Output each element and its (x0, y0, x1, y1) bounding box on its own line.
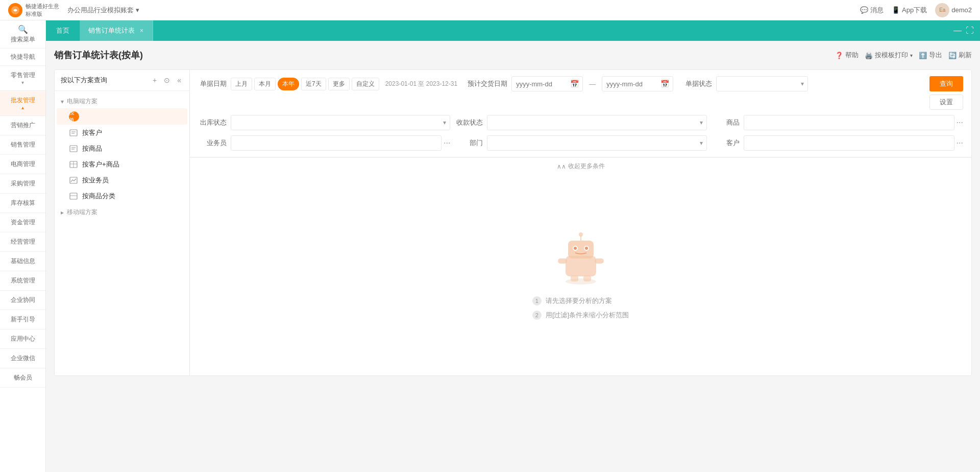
sidebar-item-wechat[interactable]: 企业微信 (0, 349, 45, 368)
mobile-scheme-group[interactable]: ▸ 移动端方案 (55, 206, 189, 219)
top-bar: 畅捷通好生意 标准版 办公用品行业模拟账套 ▾ 💬 消息 📱 App下载 Ea … (0, 0, 980, 20)
expected-date-end-input[interactable] (602, 76, 673, 91)
sidebar-item-basics[interactable]: 基础信息 (0, 252, 45, 271)
sidebar-item-system[interactable]: 系统管理 (0, 271, 45, 291)
scheme-by-salesperson[interactable]: 按业务员 (57, 173, 187, 188)
export-label: 导出 (929, 51, 942, 60)
tab-maximize-icon[interactable]: ⛶ (966, 26, 974, 35)
sidebar-item-quicknav[interactable]: 快捷导航 (0, 49, 45, 66)
system-label: 系统管理 (11, 276, 35, 285)
download-action[interactable]: 📱 App下载 (892, 6, 927, 15)
order-status-select-wrap: ▾ (716, 76, 808, 91)
tab-bar: 首页 销售订单统计表 × — ⛶ (46, 20, 980, 41)
member-label: 畅会员 (14, 373, 32, 382)
left-panel-title: 按以下方案查询 (61, 76, 148, 85)
retail-arrow-icon: ▾ (21, 80, 24, 85)
by-salesperson-icon (69, 176, 78, 185)
sidebar-item-marketing[interactable]: 营销推广 (0, 116, 45, 135)
scheme-by-order[interactable]: 按单 (57, 108, 187, 125)
refresh-button[interactable]: 🔄 刷新 (948, 51, 972, 60)
sidebar-item-wholesale[interactable]: 批发管理 ▴ (0, 91, 45, 116)
export-button[interactable]: ⬆️ 导出 (919, 51, 942, 60)
sidebar-item-operations[interactable]: 经营管理 (0, 232, 45, 252)
svg-rect-23 (583, 275, 591, 281)
computer-group-arrow-icon: ▾ (61, 98, 64, 105)
svg-point-19 (585, 247, 588, 250)
scheme-by-customer-goods[interactable]: 按客户+商品 (57, 157, 187, 172)
order-status-select[interactable] (716, 76, 808, 91)
empty-state: 1 请先选择要分析的方案 2 用[过滤]条件来缩小分析范围 (190, 175, 971, 375)
search-menu-item[interactable]: 🔍 搜索菜单 (0, 20, 45, 49)
delivery-status-select[interactable] (231, 115, 450, 130)
last7days-btn[interactable]: 近7天 (301, 78, 326, 90)
print-label: 按模板打印 (875, 51, 908, 60)
goods-input[interactable] (744, 115, 954, 130)
dept-select[interactable] (487, 135, 706, 151)
sidebar-item-finance[interactable]: 资金管理 (0, 213, 45, 232)
refresh-label: 刷新 (959, 51, 972, 60)
customer-dots-icon[interactable]: ··· (957, 138, 963, 148)
tab-home[interactable]: 首页 (46, 20, 80, 41)
filter-row-3: 业务员 ··· 部门 ▾ (198, 135, 963, 151)
sidebar-item-ecommerce[interactable]: 电商管理 (0, 155, 45, 174)
computer-scheme-group[interactable]: ▾ 电脑端方案 (55, 95, 189, 108)
purchase-label: 采购管理 (11, 179, 35, 188)
add-scheme-button[interactable]: + (151, 75, 159, 85)
svg-point-25 (579, 232, 583, 237)
svg-rect-1 (70, 130, 77, 136)
last-month-btn[interactable]: 上月 (231, 78, 252, 90)
svg-point-18 (574, 247, 577, 250)
print-button[interactable]: 🖨️ 按模板打印 ▾ (865, 51, 913, 60)
goods-dots-icon[interactable]: ··· (957, 118, 963, 127)
this-month-btn[interactable]: 本月 (254, 78, 276, 90)
settings-button[interactable]: 设置 (929, 95, 963, 110)
customer-input[interactable] (744, 135, 954, 151)
sidebar-item-inventory[interactable]: 库存核算 (0, 194, 45, 213)
sidebar-item-purchase[interactable]: 采购管理 (0, 174, 45, 194)
tab-sales-order-stats[interactable]: 销售订单统计表 × (80, 20, 153, 41)
collapse-button[interactable]: ∧∧ 收起更多条件 (557, 162, 605, 171)
this-year-btn[interactable]: 本年 (278, 78, 299, 90)
user-action[interactable]: Ea demo2 (935, 3, 972, 17)
svg-rect-22 (571, 275, 578, 281)
message-label: 消息 (870, 6, 884, 15)
expected-date-start-input[interactable] (511, 76, 583, 91)
tab-minimize-icon[interactable]: — (953, 26, 962, 35)
settings-scheme-button[interactable]: ⊙ (162, 75, 172, 85)
collapse-label: 收起更多条件 (568, 162, 605, 171)
salesrep-input[interactable] (231, 135, 442, 151)
sidebar-item-retail[interactable]: 零售管理 ▾ (0, 66, 45, 91)
sidebar-item-sales[interactable]: 销售管理 (0, 135, 45, 155)
scheme-by-category[interactable]: 按商品分类 (57, 188, 187, 204)
delivery-status-select-wrap: ▾ (231, 115, 450, 130)
collapse-row: ∧∧ 收起更多条件 (190, 157, 971, 175)
collapse-panel-button[interactable]: « (175, 75, 183, 85)
sidebar-item-appcenter[interactable]: 应用中心 (0, 329, 45, 349)
page-actions: ❓ 帮助 🖨️ 按模板打印 ▾ ⬆️ 导出 🔄 刷新 (835, 51, 972, 60)
svg-rect-20 (558, 258, 567, 264)
message-action[interactable]: 💬 消息 (860, 6, 884, 15)
sidebar-item-newguide[interactable]: 新手引导 (0, 310, 45, 329)
tab-home-label: 首页 (56, 26, 69, 35)
sidebar-item-enterprise[interactable]: 企业协同 (0, 291, 45, 310)
avatar: Ea (935, 3, 949, 17)
empty-illustration (553, 230, 609, 288)
delivery-status-label: 出库状态 (198, 118, 227, 127)
retail-label: 零售管理 (11, 71, 35, 80)
salesrep-input-wrap: ··· (231, 135, 450, 151)
top-bar-right: 💬 消息 📱 App下载 Ea demo2 (860, 3, 972, 17)
scheme-by-customer[interactable]: 按客户 (57, 125, 187, 140)
salesrep-dots-icon[interactable]: ··· (444, 138, 450, 148)
custom-btn[interactable]: 自定义 (352, 78, 379, 90)
logo-icon (8, 3, 22, 17)
payment-status-select[interactable] (487, 115, 706, 130)
query-button[interactable]: 查询 (929, 76, 963, 91)
scheme-by-goods[interactable]: 按商品 (57, 141, 187, 156)
more-btn[interactable]: 更多 (328, 78, 350, 90)
tab-close-icon[interactable]: × (139, 26, 144, 35)
sidebar-item-member[interactable]: 畅会员 (0, 368, 45, 388)
workspace-selector[interactable]: 办公用品行业模拟账套 ▾ (63, 4, 143, 17)
left-panel: 按以下方案查询 + ⊙ « ▾ 电脑端方案 按单 (55, 70, 190, 375)
help-button[interactable]: ❓ 帮助 (835, 51, 859, 60)
goods-input-wrap: ··· (744, 115, 963, 130)
